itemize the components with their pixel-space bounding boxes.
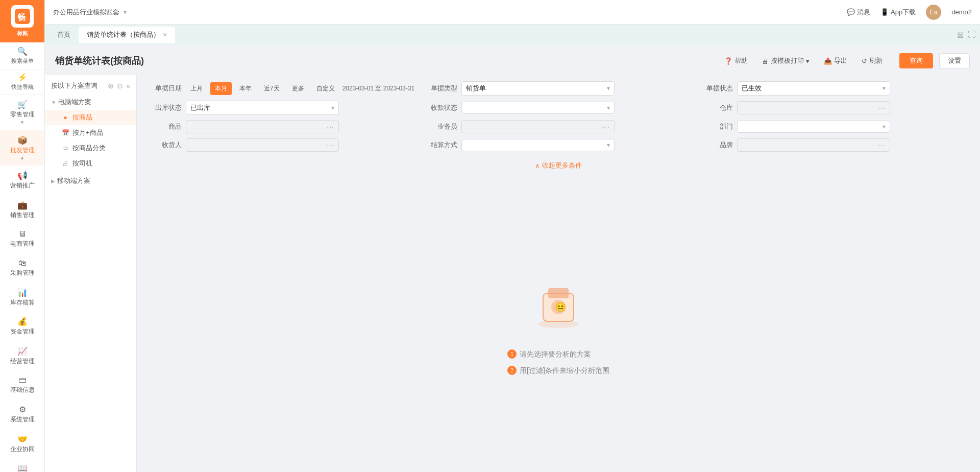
sidebar-item-system[interactable]: ⚙ 系统管理 [0, 399, 44, 429]
out-status-arrow: ▾ [331, 104, 334, 111]
export-label: 导出 [834, 56, 847, 65]
sidebar-search-menu[interactable]: 🔍 搜索菜单 [0, 42, 44, 69]
salesman-input[interactable]: ··· [461, 120, 615, 133]
close-window-btn[interactable]: ⊠ [957, 30, 964, 40]
sidebar-item-purchase[interactable]: 🛍 采购管理 [0, 253, 44, 282]
doc-status-select[interactable]: 已生效 ▾ [737, 81, 890, 96]
date-btn-more[interactable]: 更多 [287, 82, 309, 95]
date-label: 单据日期 [145, 84, 186, 93]
wholesale-icon: 📦 [17, 135, 28, 145]
ecommerce-icon: 🖥 [18, 229, 27, 239]
date-btn-last-month[interactable]: 上月 [186, 82, 207, 95]
maximize-btn[interactable]: ⛶ [968, 30, 976, 40]
mobile-group-label: 移动端方案 [57, 176, 90, 185]
receiver-input[interactable]: ··· [186, 138, 339, 152]
department-arrow: ▾ [883, 123, 886, 130]
sidebar-item-basics[interactable]: 🗃 基础信息 [0, 370, 44, 399]
sidebar-search-label: 搜索菜单 [11, 57, 34, 65]
receiver-dots-icon: ··· [327, 141, 334, 149]
sidebar-item-guide[interactable]: 📖 新手引导 [0, 458, 44, 472]
empty-state-text: 1 请先选择要分析的方案 2 用[过滤]条件来缩小分析范围 [507, 347, 609, 377]
settings-solution-icon[interactable]: ⊙ [117, 82, 123, 90]
mobile-group-arrow: ▶ [51, 178, 55, 184]
step-2-text: 用[过滤]条件来缩小分析范围 [520, 363, 609, 377]
warehouse-input[interactable]: ··· [737, 101, 890, 114]
sidebar-item-wholesale[interactable]: 📦 批发管理 ▲ [0, 130, 44, 166]
warehouse-dots-icon: ··· [878, 104, 886, 112]
by-month-product-icon: 📅 [61, 129, 69, 137]
sidebar-item-ecommerce[interactable]: 🖥 电商管理 [0, 224, 44, 253]
sales-mgmt-label: 销售管理 [10, 211, 35, 220]
solution-group-desktop-header[interactable]: ▼ 电脑端方案 [45, 95, 136, 110]
solution-item-by-product[interactable]: ● 按商品 [45, 110, 136, 125]
export-button[interactable]: 📤 导出 [820, 54, 851, 67]
header-right: 💬 消息 📱 App下载 Ea demo2 [847, 5, 972, 20]
doc-type-label: 单据类型 [421, 84, 461, 93]
retail-arrow: ▼ [20, 120, 25, 125]
sidebar-quick-nav[interactable]: ⚡ 快捷导航 [0, 69, 44, 95]
tab-sales-stats[interactable]: 销货单统计表（按商品） × [79, 27, 175, 43]
receipt-status-select[interactable]: ▾ [461, 102, 615, 114]
payment-select[interactable]: ▾ [461, 139, 615, 151]
tab-home[interactable]: 首页 [49, 27, 79, 43]
main-body: 按以下方案查询 ⊕ ⊙ « ▼ 电脑端方案 ● 按商品 📅 按 [45, 75, 980, 472]
brand-input[interactable]: ··· [737, 138, 890, 152]
refresh-button[interactable]: ↺ 刷新 [857, 54, 887, 67]
date-btn-7days[interactable]: 近7天 [259, 82, 284, 95]
solution-item-by-product-category[interactable]: 🗂 按商品分类 [45, 140, 136, 156]
solution-item-by-month-product[interactable]: 📅 按月+商品 [45, 125, 136, 140]
sidebar-logo[interactable]: 畅 标账 [0, 0, 44, 42]
search-icon: 🔍 [17, 46, 28, 56]
system-label: 系统管理 [10, 416, 35, 424]
sidebar-item-operations[interactable]: 📈 经营管理 [0, 341, 44, 371]
sidebar-item-inventory[interactable]: 📊 库存核算 [0, 282, 44, 312]
doc-type-select[interactable]: 销货单 ▾ [461, 81, 615, 96]
query-button[interactable]: 查询 [899, 53, 933, 68]
sidebar-item-finance[interactable]: 💰 资金管理 [0, 312, 44, 341]
settings-button[interactable]: 设置 [939, 53, 970, 68]
top-header: 办公用品行业模拟账套 ▾ 💬 消息 📱 App下载 Ea demo2 [45, 0, 980, 25]
app-download-action[interactable]: 📱 App下载 [880, 8, 916, 17]
finance-label: 资金管理 [10, 328, 35, 336]
desktop-group-arrow: ▼ [51, 100, 56, 105]
solution-group-mobile-header[interactable]: ▶ 移动端方案 [45, 173, 136, 188]
out-status-label: 出库状态 [145, 103, 186, 112]
tab-close-icon[interactable]: × [163, 31, 167, 38]
sidebar-item-marketing[interactable]: 📢 营销推广 [0, 166, 44, 195]
user-name: demo2 [951, 8, 972, 16]
out-status-select[interactable]: 已出库 ▾ [186, 101, 339, 115]
step-1-num: 1 [507, 349, 517, 359]
by-product-icon: ● [61, 113, 69, 122]
sidebar-item-sales-mgmt[interactable]: 💼 销售管理 [0, 195, 44, 225]
add-solution-icon[interactable]: ⊕ [108, 82, 114, 90]
help-button[interactable]: ❓ 帮助 [720, 54, 752, 67]
inventory-label: 库存核算 [10, 299, 35, 307]
by-copier-icon: 🖨 [61, 159, 69, 168]
tab-sales-stats-label: 销货单统计表（按商品） [87, 30, 160, 39]
date-group: 上月 本月 本年 近7天 更多 自定义 2023-03-01 至 2023-03… [186, 82, 421, 95]
collapse-panel-icon[interactable]: « [126, 82, 130, 90]
date-btn-custom[interactable]: 自定义 [312, 82, 339, 95]
date-btn-this-year[interactable]: 本年 [235, 82, 256, 95]
collapse-button[interactable]: ∧ 收起更多条件 [145, 157, 972, 174]
step-1-text: 请先选择要分析的方案 [520, 347, 591, 361]
sidebar-item-retail[interactable]: 🛒 零售管理 ▼ [0, 95, 44, 130]
by-product-category-icon: 🗂 [61, 144, 69, 152]
logo-text: 标账 [17, 30, 28, 37]
retail-icon: 🛒 [17, 100, 28, 109]
goods-input[interactable]: ··· [186, 120, 339, 133]
message-action[interactable]: 💬 消息 [847, 8, 870, 17]
avatar[interactable]: Ea [926, 5, 941, 20]
app-download-icon: 📱 [880, 8, 889, 16]
solution-item-by-copier[interactable]: 🖨 按司机 [45, 156, 136, 171]
export-icon: 📤 [824, 57, 832, 65]
guide-icon: 📖 [17, 463, 28, 472]
department-select[interactable]: ▾ [737, 121, 890, 133]
template-print-button[interactable]: 🖨 按模板打印 ▾ [758, 54, 814, 67]
desktop-group-label: 电脑端方案 [58, 98, 91, 107]
breadcrumb: 办公用品行业模拟账套 [53, 8, 119, 17]
sidebar-item-cooperation[interactable]: 🤝 企业协同 [0, 429, 44, 459]
inventory-icon: 📊 [17, 288, 28, 297]
breadcrumb-dropdown-icon[interactable]: ▾ [124, 9, 127, 16]
date-btn-this-month[interactable]: 本月 [210, 82, 232, 95]
